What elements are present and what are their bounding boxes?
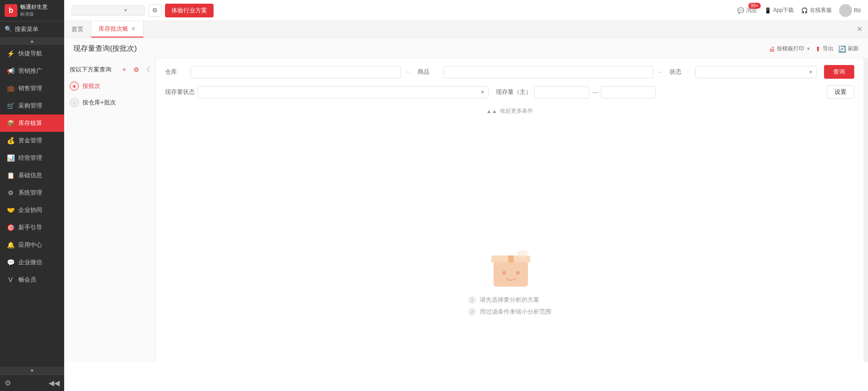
stock-qty-label: 现存量（主） (496, 88, 532, 96)
page-body: 按以下方案查询 ＋ ⚙ 《 ●按批次○按仓库+批次 仓库 (64, 59, 868, 362)
sidebar-item-2[interactable]: 💼销售管理 (0, 80, 64, 97)
user-name: Rit (854, 7, 861, 14)
warehouse-more-btn[interactable]: ··· (406, 69, 410, 75)
print-dropdown-arrow[interactable]: ▼ (806, 46, 811, 51)
product-filter-group: 商品 ··· (418, 66, 663, 78)
sidebar-item-9[interactable]: 🤝企业协同 (0, 201, 64, 219)
search-icon: 🔍 (5, 26, 12, 33)
sidebar: b 畅通好生意 标准版 🔍 搜索菜单 ▲ ⚡快捷导航📢营销推广💼销售管理🛒采购管… (0, 0, 64, 391)
nav-label-9: 企业协同 (18, 206, 42, 214)
sidebar-item-11[interactable]: 🔔应用中心 (0, 236, 64, 254)
collapse-sidebar-icon[interactable]: ◀◀ (49, 379, 60, 387)
online-service-action[interactable]: 🎧 在线客服 (801, 6, 832, 14)
settings-button[interactable]: 设置 (827, 85, 854, 99)
nav-icon-8: ⚙ (6, 189, 15, 197)
nav-label-6: 经营管理 (18, 154, 42, 162)
nav-icon-5: 💰 (6, 136, 15, 145)
print-button[interactable]: 🖨 按模板打印 ▼ (769, 45, 811, 53)
nav-label-3: 采购管理 (18, 102, 42, 110)
topbar-gear-button[interactable]: ⚙ (148, 4, 161, 17)
page-title: 现存量查询(按批次) (73, 44, 137, 54)
sidebar-header: b 畅通好生意 标准版 (0, 0, 64, 22)
tab-label-0: 首页 (71, 25, 83, 33)
hint-num-1: 2 (468, 308, 476, 316)
settings-icon[interactable]: ⚙ (5, 379, 11, 387)
sidebar-item-1[interactable]: 📢营销推广 (0, 62, 64, 80)
warehouse-input[interactable] (191, 66, 401, 78)
content-area: 现存量查询(按批次) 🖨 按模板打印 ▼ ⬆ 导出 🔄 刷新 (64, 38, 868, 391)
stock-status-filter-group: 现存量状态 ▼ (165, 86, 489, 98)
nav-icon-12: 💬 (6, 258, 15, 266)
collapse-icon: ▲▲ (486, 108, 497, 114)
right-section: 仓库 ··· 商品 ··· 状态 (156, 59, 863, 362)
sidebar-item-8[interactable]: ⚙系统管理 (0, 184, 64, 201)
svg-rect-2 (508, 255, 514, 263)
sidebar-item-13[interactable]: V畅会员 (0, 271, 64, 288)
page-header: 现存量查询(按批次) 🖨 按模板打印 ▼ ⬆ 导出 🔄 刷新 (64, 38, 868, 59)
tab-panel-close-button[interactable]: ✕ (857, 25, 868, 33)
query-button[interactable]: 查询 (824, 65, 854, 79)
stock-status-label: 现存量状态 (165, 88, 195, 96)
experience-button[interactable]: 体验行业方案 (165, 4, 214, 17)
tab-0[interactable]: 首页 (64, 21, 91, 38)
app-download-action[interactable]: 📱 App下载 (764, 6, 794, 14)
plan-name-0: 按批次 (82, 82, 100, 90)
left-panel-actions: ＋ ⚙ 《 (120, 65, 150, 74)
tab-1[interactable]: 库存批次账✕ (91, 21, 143, 38)
sidebar-item-7[interactable]: 📋基础信息 (0, 167, 64, 184)
gear-icon: ⚙ (152, 7, 158, 14)
sidebar-item-12[interactable]: 💬企业微信 (0, 254, 64, 271)
nav-label-11: 应用中心 (18, 241, 42, 249)
hint-text-0: 请先选择要分析的方案 (480, 296, 539, 304)
plan-icon-1: ○ (70, 98, 79, 107)
filter-row-1: 仓库 ··· 商品 ··· 状态 (165, 65, 854, 79)
sidebar-item-3[interactable]: 🛒采购管理 (0, 97, 64, 114)
nav-icon-9: 🤝 (6, 206, 15, 214)
nav-label-13: 畅会员 (18, 276, 36, 284)
stock-qty-to-input[interactable] (601, 86, 656, 98)
plan-item-0[interactable]: ●按批次 (64, 78, 155, 94)
nav-icon-10: 🎯 (6, 223, 15, 232)
sidebar-item-6[interactable]: 📊经营管理 (0, 149, 64, 167)
plan-settings-button[interactable]: ⚙ (132, 65, 141, 74)
sidebar-item-0[interactable]: ⚡快捷导航 (0, 45, 64, 62)
page-actions: 🖨 按模板打印 ▼ ⬆ 导出 🔄 刷新 (769, 45, 859, 53)
product-input[interactable] (443, 66, 654, 78)
sidebar-item-5[interactable]: 💰资金管理 (0, 132, 64, 149)
collapse-more-button[interactable]: ▲▲ 收起更多条件 (165, 105, 854, 117)
scroll-down[interactable]: ▼ (0, 367, 64, 375)
message-action[interactable]: 💬 消息 99+ (737, 6, 757, 14)
warehouse-label: 仓库 (165, 68, 188, 76)
export-button[interactable]: ⬆ 导出 (815, 45, 834, 53)
tabs-bar: 首页库存批次账✕ ✕ (64, 21, 868, 38)
svg-rect-0 (494, 261, 528, 287)
stock-qty-filter-group: 现存量（主） — (496, 86, 819, 98)
plans-container: ●按批次○按仓库+批次 (64, 78, 155, 111)
collapse-panel-button[interactable]: 《 (143, 65, 150, 74)
topbar-search-box[interactable]: ▼ (71, 5, 145, 16)
nav-icon-13: V (6, 276, 15, 284)
search-dropdown-arrow[interactable]: ▼ (123, 8, 128, 13)
tab-close-1[interactable]: ✕ (131, 26, 136, 32)
nav-label-7: 基础信息 (18, 171, 42, 179)
topbar-search-input[interactable] (76, 7, 121, 14)
stock-status-select[interactable] (198, 86, 489, 98)
status-select[interactable] (695, 66, 817, 78)
plan-name-1: 按仓库+批次 (82, 98, 116, 107)
nav-icon-1: 📢 (6, 67, 15, 75)
sidebar-item-4[interactable]: 📦库存核算 (0, 114, 64, 132)
sidebar-search[interactable]: 🔍 搜索菜单 (0, 22, 64, 37)
stock-qty-from-input[interactable] (534, 86, 589, 98)
svg-point-5 (517, 250, 528, 257)
user-profile[interactable]: Rit (839, 4, 861, 17)
sidebar-item-10[interactable]: 🎯新手引导 (0, 219, 64, 236)
plan-item-1[interactable]: ○按仓库+批次 (64, 94, 155, 111)
product-more-btn[interactable]: ··· (658, 69, 662, 75)
refresh-button[interactable]: 🔄 刷新 (838, 45, 859, 53)
add-plan-button[interactable]: ＋ (120, 65, 129, 74)
refresh-icon: 🔄 (838, 45, 846, 53)
plan-icon-0: ● (70, 81, 79, 91)
scroll-up[interactable]: ▲ (0, 37, 64, 45)
right-scrollbar[interactable] (863, 59, 868, 362)
print-icon: 🖨 (769, 45, 775, 53)
